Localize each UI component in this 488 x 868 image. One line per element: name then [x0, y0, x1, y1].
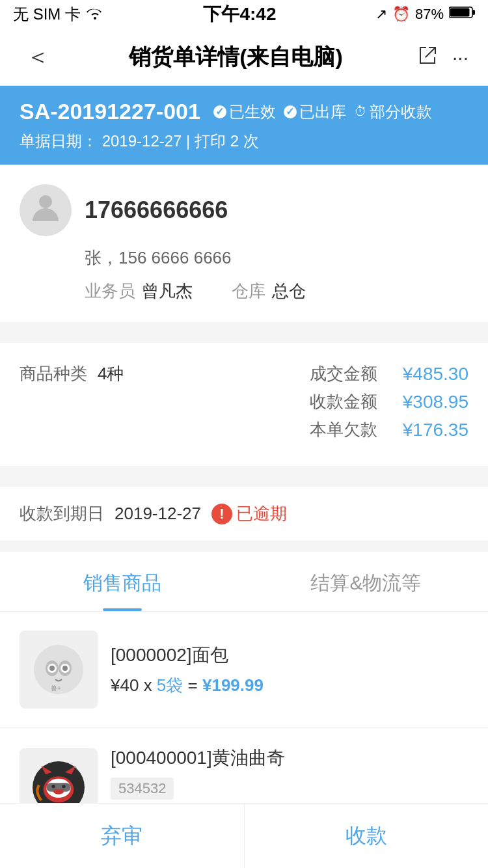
customer-section: 17666666666 张，156 6666 6666 业务员 曾凡杰 仓库 总… — [0, 165, 488, 322]
svg-text:兽+: 兽+ — [51, 685, 61, 692]
tab-sales-label: 销售商品 — [83, 572, 161, 593]
debt-row: 本单欠款 ¥176.35 — [310, 418, 468, 441]
price-total-1: ¥199.99 — [202, 675, 264, 695]
badge-outbound-label: 已出库 — [299, 102, 346, 122]
salesperson-label: 业务员 — [85, 280, 135, 303]
product-type-item: 商品种类 4种 — [20, 362, 124, 385]
summary-section: 商品种类 4种 成交金额 ¥485.30 收款金额 ¥308.95 本单欠款 ¥… — [0, 343, 488, 466]
nav-bar: ＜ 销货单详情(来自电脑) ··· — [0, 29, 488, 86]
tab-settlement-label: 结算&物流等 — [310, 572, 421, 593]
battery-icon — [449, 6, 475, 23]
order-date: 2019-12-27 — [102, 132, 182, 150]
badge-partial-label: 部分收款 — [370, 102, 432, 122]
date-label: 单据日期： — [20, 132, 98, 150]
due-section: 收款到期日 2019-12-27 ! 已逾期 — [0, 487, 488, 541]
user-icon — [27, 189, 64, 232]
warehouse-info: 仓库 总仓 — [232, 280, 306, 303]
product-item: 兽+ [0000002]面包 ¥40 x 5袋 = ¥199.99 — [0, 612, 488, 727]
tabs-section: 销售商品 结算&物流等 — [0, 552, 488, 612]
customer-id: 17666666666 — [85, 197, 228, 224]
print-count: 2 — [230, 132, 239, 150]
customer-sub: 张，156 6666 6666 — [20, 247, 468, 269]
check-icon-1: ✓ — [213, 105, 226, 118]
banner-bottom: 单据日期： 2019-12-27 | 打印 2 次 — [20, 131, 468, 152]
carrier-text: 无 SIM 卡 — [13, 4, 81, 25]
product-price-1: ¥40 x 5袋 = ¥199.99 — [111, 674, 468, 697]
received-label: 收款金额 — [310, 390, 377, 413]
status-bar-right: ↗ ⏰ 87% — [375, 6, 475, 23]
salesperson-info: 业务员 曾凡杰 — [85, 280, 193, 303]
divider-1 — [0, 332, 488, 343]
received-row: 收款金额 ¥308.95 — [310, 390, 468, 413]
check-icon-2: ✓ — [284, 105, 297, 118]
banner-top: SA-20191227-001 ✓ 已生效 ✓ 已出库 ⏱ 部分收款 — [20, 99, 468, 124]
svg-point-10 — [62, 666, 68, 671]
product-name-2: [000400001]黄油曲奇 — [111, 746, 468, 770]
svg-rect-2 — [450, 8, 469, 17]
due-row: 收款到期日 2019-12-27 ! 已逾期 — [20, 502, 468, 525]
more-button[interactable]: ··· — [452, 46, 468, 68]
svg-point-3 — [39, 195, 52, 208]
product-type-label: 商品种类 — [20, 362, 87, 385]
back-button[interactable]: ＜ — [20, 34, 56, 79]
wifi-icon — [86, 5, 104, 23]
summary-right: 成交金额 ¥485.30 收款金额 ¥308.95 本单欠款 ¥176.35 — [310, 362, 468, 446]
confirm-label: 收款 — [346, 822, 387, 850]
status-bar-time: 下午4:42 — [203, 2, 276, 27]
status-bar: 无 SIM 卡 下午4:42 ↗ ⏰ 87% — [0, 0, 488, 29]
status-bar-left: 无 SIM 卡 — [13, 4, 104, 25]
divider-2 — [0, 476, 488, 487]
product-info-1: [0000002]面包 ¥40 x 5袋 = ¥199.99 — [111, 643, 468, 697]
multiply-1: x — [144, 675, 157, 695]
product-sku-2: 534532 — [111, 778, 174, 800]
svg-point-20 — [53, 789, 64, 794]
warehouse-value: 总仓 — [272, 280, 306, 303]
due-date-value: 2019-12-27 — [115, 504, 201, 524]
header-banner: SA-20191227-001 ✓ 已生效 ✓ 已出库 ⏱ 部分收款 单据日期：… — [0, 86, 488, 165]
due-date-label: 收款到期日 — [20, 502, 104, 525]
customer-info-row: 业务员 曾凡杰 仓库 总仓 — [20, 280, 468, 303]
overdue-icon: ! — [211, 504, 232, 524]
customer-row: 17666666666 — [20, 184, 468, 236]
status-badge-partial: ⏱ 部分收款 — [354, 102, 432, 122]
svg-rect-1 — [472, 10, 475, 15]
status-badge-outbound: ✓ 已出库 — [284, 102, 346, 122]
order-id: SA-20191227-001 — [20, 99, 200, 124]
product-name-1: [0000002]面包 — [111, 643, 468, 668]
equals-1: = — [188, 675, 202, 695]
debt-value: ¥176.35 — [390, 420, 468, 441]
share-button[interactable] — [416, 43, 439, 71]
amount-value: ¥485.30 — [390, 364, 468, 385]
print-suffix: 次 — [243, 132, 259, 150]
status-badge-effective: ✓ 已生效 — [213, 102, 276, 122]
overdue-label: 已逾期 — [236, 502, 287, 525]
cancel-button[interactable]: 弃审 — [0, 804, 245, 868]
badge-effective-label: 已生效 — [229, 102, 276, 122]
debt-label: 本单欠款 — [310, 418, 377, 441]
status-badges: ✓ 已生效 ✓ 已出库 ⏱ 部分收款 — [213, 102, 432, 122]
amount-row: 成交金额 ¥485.30 — [310, 362, 468, 385]
tab-sales-products[interactable]: 销售商品 — [0, 552, 244, 611]
avatar — [20, 184, 72, 236]
product-image-1: 兽+ — [20, 631, 98, 709]
tab-settlement[interactable]: 结算&物流等 — [244, 552, 488, 611]
price-qty-1: 5袋 — [157, 675, 183, 695]
location-icon: ↗ — [375, 6, 387, 23]
salesperson-value: 曾凡杰 — [142, 280, 193, 303]
confirm-button[interactable]: 收款 — [245, 804, 489, 868]
received-value: ¥308.95 — [390, 392, 468, 413]
nav-actions: ··· — [416, 43, 468, 71]
amount-label: 成交金额 — [310, 362, 377, 385]
warehouse-label: 仓库 — [232, 280, 265, 303]
summary-left: 商品种类 4种 — [20, 362, 124, 390]
battery-text: 87% — [415, 6, 444, 23]
clock-icon: ⏱ — [354, 104, 367, 119]
print-label: | 打印 — [186, 132, 226, 150]
svg-point-9 — [49, 666, 55, 671]
nav-title: 销货单详情(来自电脑) — [129, 42, 343, 72]
alarm-icon: ⏰ — [392, 6, 410, 23]
bottom-bar: 弃审 收款 — [0, 803, 488, 868]
product-type-count: 4种 — [98, 362, 124, 385]
summary-row: 商品种类 4种 成交金额 ¥485.30 收款金额 ¥308.95 本单欠款 ¥… — [20, 362, 468, 446]
price-base-1: ¥40 — [111, 675, 139, 695]
